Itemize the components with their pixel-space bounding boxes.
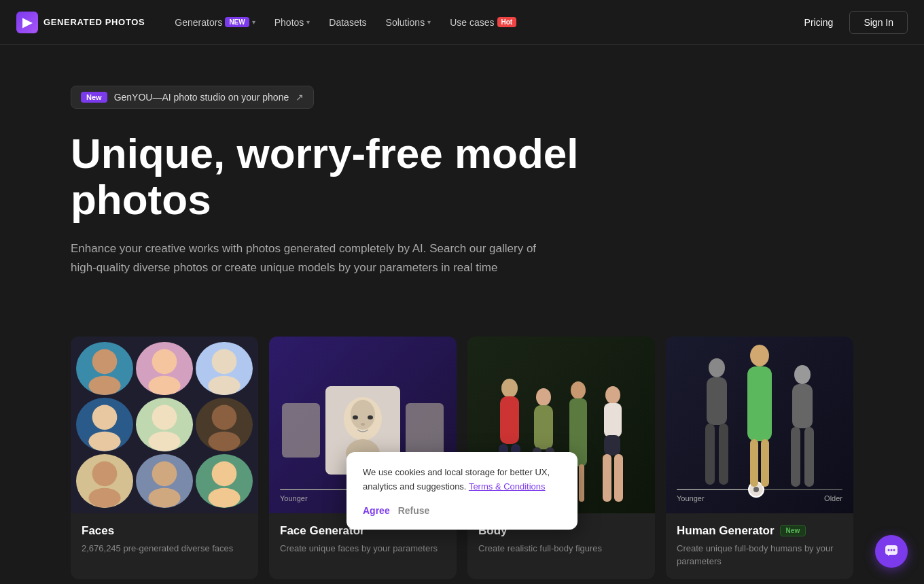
cookie-text: We use cookies and local storage for bet… (363, 466, 561, 494)
card-human-gen-desc: Create unique full-body humans by your p… (677, 542, 842, 568)
navbar: ▶ GENERATED PHOTOS Generators New ▾ Phot… (0, 0, 924, 45)
svg-point-58 (893, 549, 895, 551)
svg-rect-53 (804, 427, 814, 487)
brand-logo-link[interactable]: ▶ GENERATED PHOTOS (16, 12, 145, 33)
nav-item-photos[interactable]: Photos ▾ (266, 12, 319, 33)
svg-rect-1 (88, 376, 120, 396)
face-8 (136, 454, 193, 508)
chat-icon (884, 544, 899, 559)
nav-label-solutions: Solutions (386, 17, 425, 28)
svg-point-0 (92, 349, 118, 374)
nav-items: Generators New ▾ Photos ▾ Datasets Solut… (166, 12, 793, 33)
nav-label-photos: Photos (274, 17, 304, 28)
svg-point-37 (605, 386, 620, 404)
card-human-gen-title: Human Generator (677, 524, 775, 538)
nav-item-use-cases[interactable]: Use cases Hot (442, 12, 525, 33)
svg-rect-36 (579, 464, 584, 502)
human-figure-center (739, 342, 780, 492)
svg-rect-45 (719, 424, 728, 485)
svg-rect-40 (603, 454, 611, 502)
card-faces-title-row: Faces (82, 524, 247, 538)
navbar-right: Pricing Sign In (794, 11, 908, 34)
nav-label-generators: Generators (175, 17, 222, 28)
svg-rect-51 (792, 384, 813, 428)
nav-badge-hot: Hot (497, 17, 517, 27)
svg-point-12 (92, 462, 118, 487)
face-9 (196, 454, 253, 508)
card-faces-desc: 2,676,245 pre-generated diverse faces (82, 542, 247, 555)
external-link-icon: ↗ (296, 92, 304, 103)
human-slider-label-older: Older (824, 494, 842, 502)
svg-rect-48 (750, 439, 758, 487)
chat-button[interactable] (875, 535, 908, 568)
chevron-down-icon: ▾ (427, 18, 431, 26)
svg-rect-52 (791, 427, 800, 487)
face-2 (136, 342, 193, 396)
card-human-gen-info: Human Generator New Create unique full-b… (666, 513, 853, 579)
cookie-banner: We use cookies and local storage for bet… (346, 452, 578, 530)
svg-point-57 (891, 549, 893, 551)
card-human-gen-image: Younger Older (666, 337, 853, 513)
nav-item-generators[interactable]: Generators New ▾ (166, 12, 263, 33)
human-figure-left (700, 356, 734, 492)
svg-rect-38 (604, 403, 622, 437)
cookie-buttons: Agree Refuse (363, 505, 561, 516)
cookie-agree-button[interactable]: Agree (363, 505, 390, 516)
hero-subtitle: Enhance your creative works with photos … (71, 239, 546, 276)
svg-point-4 (212, 349, 237, 374)
nav-item-solutions[interactable]: Solutions ▾ (378, 12, 440, 33)
card-faces[interactable]: Faces 2,676,245 pre-generated diverse fa… (71, 337, 258, 579)
terms-conditions-link[interactable]: Terms & Conditions (469, 481, 546, 492)
faces-grid (71, 337, 258, 513)
svg-point-50 (794, 365, 811, 384)
face-7 (76, 454, 133, 508)
card-body-desc: Create realistic full-body figures (478, 542, 644, 555)
svg-point-42 (709, 358, 725, 377)
card-human-gen-title-row: Human Generator New (677, 524, 842, 538)
nav-label-use-cases: Use cases (450, 17, 494, 28)
signin-button[interactable]: Sign In (849, 11, 908, 34)
human-figure-right (785, 362, 819, 492)
svg-rect-41 (614, 454, 623, 502)
svg-rect-17 (208, 488, 240, 508)
hero-title: Unique, worry-free model photos (71, 131, 682, 223)
card-human-generator[interactable]: Younger Older Human Generator New Create… (666, 337, 853, 579)
svg-rect-7 (88, 432, 120, 451)
nav-label-datasets: Datasets (329, 17, 366, 28)
svg-rect-30 (534, 405, 553, 449)
face-5 (136, 398, 193, 451)
svg-rect-39 (604, 435, 620, 456)
svg-point-25 (501, 379, 518, 398)
nav-item-datasets[interactable]: Datasets (321, 12, 374, 33)
body-figure-4 (598, 369, 628, 505)
brand-name: GENERATED PHOTOS (43, 17, 145, 27)
hero-banner-text: GenYOU—AI photo studio on your phone (114, 92, 289, 103)
hero-banner-link[interactable]: New GenYOU—AI photo studio on your phone… (71, 86, 314, 109)
slider-fill (280, 489, 355, 490)
svg-rect-3 (148, 376, 180, 396)
card-faces-image (71, 337, 258, 513)
svg-point-2 (152, 349, 177, 374)
svg-rect-49 (761, 439, 769, 487)
svg-rect-15 (148, 488, 180, 508)
face-4 (76, 398, 133, 451)
card-faces-info: Faces 2,676,245 pre-generated diverse fa… (71, 513, 258, 566)
svg-rect-44 (705, 424, 715, 485)
svg-point-29 (536, 388, 551, 406)
human-gen-background: Younger Older (666, 337, 853, 513)
card-human-gen-badge: New (780, 525, 806, 536)
cookie-refuse-button[interactable]: Refuse (398, 505, 430, 516)
svg-point-8 (152, 405, 177, 430)
nav-badge-generators: New (225, 17, 249, 27)
svg-point-22 (368, 415, 373, 419)
brand-logo-icon: ▶ (16, 12, 38, 33)
face-6 (196, 398, 253, 451)
svg-point-10 (212, 405, 237, 430)
slider-label-younger: Younger (280, 494, 308, 502)
svg-rect-9 (148, 432, 180, 451)
svg-point-23 (361, 423, 365, 426)
svg-rect-47 (747, 366, 772, 441)
svg-rect-5 (208, 376, 240, 396)
pricing-button[interactable]: Pricing (794, 12, 845, 33)
svg-rect-13 (88, 488, 120, 508)
